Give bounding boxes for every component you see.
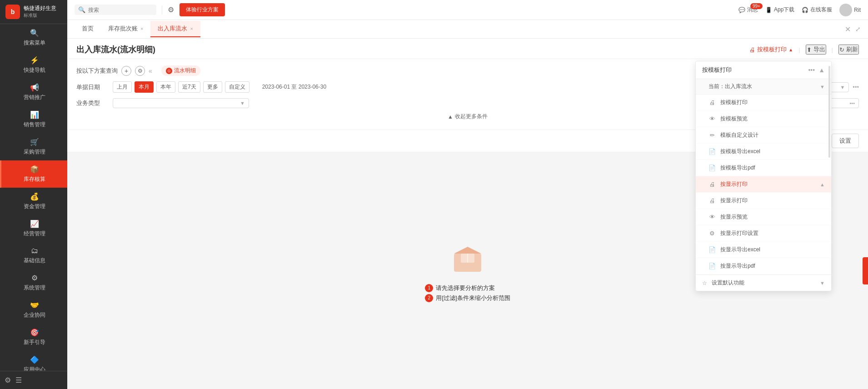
filter-row-header: 按以下方案查询 + ⚙ «	[76, 66, 152, 76]
date-filter-group: 上月本月本年近7天更多自定义	[113, 81, 249, 93]
export-button[interactable]: ⬆ 导出	[806, 45, 826, 55]
dropdown-scrollbar[interactable]	[828, 61, 830, 291]
tab-bar: 首页库存批次账×出入库流水×	[67, 20, 845, 38]
sidebar-item-marketing[interactable]: 📢营销推广	[0, 79, 67, 106]
date-btn-current-month[interactable]: 本月	[135, 81, 154, 93]
sidebar-icon-sales: 📊	[30, 110, 39, 119]
filter-setting-button[interactable]: ⚙	[135, 66, 145, 76]
tab-label-home: 首页	[82, 25, 94, 33]
dropdown-item-display-export-excel[interactable]: 📄按显示导出excel	[696, 242, 831, 258]
tab-home[interactable]: 首页	[75, 21, 101, 37]
sidebar-icon-guide: 🎯	[30, 328, 39, 337]
filter-tag[interactable]: ⊙ 流水明细	[161, 65, 200, 76]
date-btn-current-year[interactable]: 本年	[156, 81, 175, 93]
tab-label-flow: 出入库流水	[158, 25, 187, 33]
message-badge: 99+	[750, 3, 763, 9]
dropdown-item-template-custom[interactable]: ✏模板自定义设计	[696, 127, 831, 144]
page-title: 出入库流水(流水明细)	[76, 44, 155, 55]
logo-icon: b	[5, 5, 20, 19]
biz-type-label: 业务类型	[76, 99, 104, 107]
tab-flow[interactable]: 出入库流水×	[150, 21, 200, 37]
dropdown-item-display-print-section[interactable]: 🖨按显示打印▲	[696, 176, 831, 193]
sidebar-item-search[interactable]: 🔍搜索菜单	[0, 24, 67, 51]
filter-section-label: 按以下方案查询	[76, 67, 118, 75]
industry-solution-button[interactable]: 体验行业方案	[180, 3, 225, 16]
menu-toggle-icon[interactable]: ☰	[15, 376, 22, 384]
topbar-gear-icon[interactable]: ⚙	[168, 5, 174, 14]
date-btn-prev-month[interactable]: 上月	[113, 81, 132, 93]
dropdown-item-icon-display-print: 🖨	[708, 197, 716, 204]
tab-close-batch-account[interactable]: ×	[140, 26, 143, 31]
filter-add-button[interactable]: +	[121, 66, 131, 76]
sidebar-label-inventory: 库存核算	[24, 175, 45, 183]
sidebar-item-sales[interactable]: 📊销售管理	[0, 106, 67, 133]
template-print-button[interactable]: 🖨 按模板打印 ▲	[749, 45, 793, 54]
date-btn-last-7[interactable]: 近7天	[178, 81, 200, 93]
sidebar-label-basic: 基础信息	[24, 257, 45, 264]
sidebar-label-operations: 经营管理	[24, 230, 45, 238]
date-range-display: 2023-06-01 至 2023-06-30	[262, 83, 326, 91]
sidebar-item-finance[interactable]: 💰资金管理	[0, 188, 67, 215]
app-download-button[interactable]: 📱 App下载	[765, 6, 794, 14]
tab-batch-account[interactable]: 库存批次账×	[101, 21, 150, 37]
dropdown-collapse-icon[interactable]: ▲	[818, 66, 825, 74]
dropdown-item-display-preview[interactable]: 👁按显示预览	[696, 209, 831, 225]
sidebar-item-inventory[interactable]: 📦库存核算	[0, 160, 67, 188]
date-btn-custom[interactable]: 自定义	[225, 81, 249, 93]
sidebar-item-enterprise[interactable]: 🤝企业协同	[0, 296, 67, 324]
customer-service-label: 在线客服	[810, 6, 832, 14]
filter-collapse-icon[interactable]: «	[149, 67, 152, 75]
date-btn-more[interactable]: 更多	[203, 81, 222, 93]
tab-close-flow[interactable]: ×	[190, 26, 193, 31]
dropdown-item-template-print[interactable]: 🖨按模板打印	[696, 95, 831, 111]
empty-hint-2: 2 用[过滤]条件来缩小分析范围	[425, 294, 510, 302]
window-controls: ✕ ⤢	[845, 25, 868, 34]
hint-text-2: 用[过滤]条件来缩小分析范围	[436, 294, 510, 302]
dropdown-current-item[interactable]: 当前：出入库流水 ▼	[696, 79, 831, 95]
dropdown-item-label-display-export-excel: 按显示导出excel	[720, 246, 760, 254]
sidebar-item-quick-nav[interactable]: ⚡快捷导航	[0, 51, 67, 79]
dropdown-item-icon-template-print: 🖨	[708, 99, 716, 106]
set-default-item[interactable]: ☆ 设置默认功能 ▼	[696, 274, 831, 291]
user-avatar-area[interactable]: Rit	[839, 4, 861, 16]
search-input[interactable]	[88, 7, 143, 13]
maximize-window-icon[interactable]: ⤢	[855, 25, 861, 33]
close-window-icon[interactable]: ✕	[845, 25, 851, 34]
dropdown-item-display-print-settings[interactable]: ⚙按显示打印设置	[696, 225, 831, 242]
sidebar-label-enterprise: 企业协同	[24, 311, 45, 319]
dropdown-item-icon-display-print-settings: ⚙	[708, 230, 716, 237]
doc-type-more-icon[interactable]: •••	[853, 84, 859, 90]
topbar-search-box[interactable]: 🔍	[75, 5, 156, 15]
dropdown-item-label-display-print-settings: 按显示打印设置	[720, 229, 758, 237]
filter-tag-label: 流水明细	[174, 67, 196, 75]
dropdown-item-icon-display-export-excel: 📄	[708, 246, 716, 254]
sidebar-item-app-center[interactable]: 🔷应用中心	[0, 351, 67, 371]
sidebar-icon-purchase: 🛒	[30, 138, 39, 146]
biz-type-select[interactable]: ▼	[113, 98, 249, 108]
sidebar-item-operations[interactable]: 📈经营管理	[0, 215, 67, 242]
right-edge-button[interactable]	[863, 257, 868, 284]
dropdown-item-template-preview[interactable]: 👁按模板预览	[696, 111, 831, 127]
dropdown-item-display-export-pdf[interactable]: 📄按显示导出pdf	[696, 258, 831, 274]
dropdown-item-label-template-preview: 按模板预览	[720, 115, 748, 123]
sidebar-item-basic[interactable]: 🗂基础信息	[0, 242, 67, 269]
app-badge: 标准版	[24, 12, 56, 19]
dropdown-title: 按模板打印	[702, 66, 732, 74]
action-divider2: |	[832, 46, 833, 53]
message-button[interactable]: 💬 消息 99+	[738, 6, 758, 14]
sidebar-item-purchase[interactable]: 🛒采购管理	[0, 133, 67, 160]
sidebar-item-system[interactable]: ⚙系统管理	[0, 269, 67, 296]
dropdown-item-display-print[interactable]: 🖨按显示打印	[696, 193, 831, 209]
sidebar-icon-system: ⚙	[31, 274, 38, 282]
dropdown-header: 按模板打印 ••• ▲	[696, 61, 831, 79]
customer-service-button[interactable]: 🎧 在线客服	[802, 6, 832, 14]
dropdown-item-template-export-pdf[interactable]: 📄按模板导出pdf	[696, 160, 831, 176]
settings-icon[interactable]: ⚙	[5, 376, 11, 384]
dropdown-item-template-export-excel[interactable]: 📄按模板导出excel	[696, 144, 831, 160]
refresh-button[interactable]: ↻ 刷新	[838, 45, 859, 55]
settings-filter-button[interactable]: 设置	[832, 134, 859, 148]
empty-hint-1: 1 请先选择要分析的方案	[425, 284, 510, 292]
sidebar-item-guide[interactable]: 🎯新手引导	[0, 324, 67, 351]
dropdown-more-icon[interactable]: •••	[808, 66, 815, 74]
dropdown-item-label-display-print-section: 按显示打印	[720, 180, 748, 188]
